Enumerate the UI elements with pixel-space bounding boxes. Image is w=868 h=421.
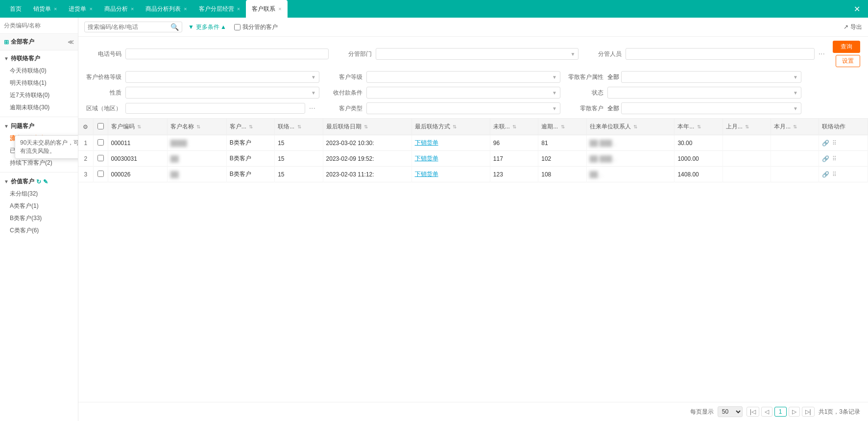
filter-nature-select[interactable]: ▼	[125, 87, 319, 99]
sidebar-item-tomorrow-contact[interactable]: 明天待联络(1)	[0, 77, 78, 89]
more-filter-button[interactable]: ▼ 更多条件 ▲	[188, 23, 226, 31]
col-last-date[interactable]: 最后联络日期 ⇅	[323, 119, 411, 135]
close-tab-customer-segmentation[interactable]: ×	[237, 6, 240, 12]
sidebar-all-customers[interactable]: ⊞ 全部客户 ≪	[0, 34, 78, 50]
close-tab-customer-contact[interactable]: ×	[278, 6, 281, 12]
total-label: 共1页，3条记录	[819, 408, 860, 416]
last-method-link[interactable]: 下销货单	[415, 139, 438, 146]
search-button[interactable]: 🔍	[170, 23, 179, 31]
col-contact[interactable]: 联络... ⇅	[275, 119, 323, 135]
search-input[interactable]	[88, 24, 170, 30]
contact-action-icon[interactable]: 🔗	[822, 140, 829, 147]
filter-customer-level: 客户等级 ▼	[327, 71, 560, 83]
sidebar-search-icon[interactable]: 🔍	[77, 22, 78, 29]
more-action-icon[interactable]: ⠿	[832, 140, 837, 147]
more-action-icon[interactable]: ⠿	[832, 155, 837, 162]
col-type[interactable]: 客户... ⇅	[226, 119, 274, 135]
sidebar-group-problem-title[interactable]: ▼ 问题客户	[0, 120, 78, 132]
filter-payment-select[interactable]: ▼	[366, 87, 560, 99]
chevron-down-icon-9: ▼	[793, 106, 798, 111]
filter-price-level: 客户价格等级 ▼	[86, 71, 319, 83]
tab-customer-contact[interactable]: 客户联系 ×	[246, 0, 287, 18]
chevron-down-icon-5: ▼	[311, 90, 316, 96]
sidebar-collapse-icon[interactable]: ≪	[68, 39, 74, 46]
page-prev-button[interactable]: ◁	[761, 407, 772, 417]
page-next-button[interactable]: ▷	[789, 407, 800, 417]
col-checkbox	[93, 119, 108, 135]
sidebar-group-value-title[interactable]: ▼ 价值客户 ↻ ✎	[0, 175, 78, 188]
sidebar-item-week-contact[interactable]: 近7天待联络(0)	[0, 89, 78, 101]
close-tab-purchase[interactable]: ×	[89, 6, 92, 12]
contact-action-icon[interactable]: 🔗	[822, 171, 829, 178]
tab-home[interactable]: 首页	[4, 0, 27, 18]
sidebar-item-ungrouped[interactable]: 未分组(32)	[0, 188, 78, 200]
sidebar-item-today-contact[interactable]: 今天待联络(0)	[0, 65, 78, 77]
page-last-button[interactable]: ▷|	[802, 407, 815, 417]
sidebar-group-pending-title[interactable]: ▼ 待联络客户	[0, 52, 78, 65]
select-all-checkbox[interactable]	[97, 123, 104, 129]
filter-retail-customer-select[interactable]: ▼	[621, 102, 801, 114]
col-contact-person[interactable]: 往来单位联系人 ⇅	[586, 119, 675, 135]
sidebar-item-overdue-contact[interactable]: 逾期未联络(30)	[0, 101, 78, 114]
filter-price-level-label: 客户价格等级	[86, 73, 125, 81]
row-checkbox[interactable]	[97, 171, 104, 177]
tab-product-analysis[interactable]: 商品分析 ×	[98, 0, 140, 18]
tab-purchase[interactable]: 进货单 ×	[63, 0, 98, 18]
my-customers-checkbox[interactable]	[234, 24, 241, 30]
page-size-select[interactable]: 50 100 200	[718, 406, 743, 417]
last-method-link[interactable]: 下销货单	[415, 171, 438, 177]
filter-phone-input[interactable]	[125, 49, 329, 59]
table-row: 3 000026 ██ B类客户 15 2023-02-03 11:12: 下销…	[78, 167, 868, 182]
col-this-month[interactable]: 本月... ⇅	[771, 119, 819, 135]
chevron-down-icon-4: ▼	[793, 74, 798, 80]
close-window-button[interactable]: ✕	[850, 4, 864, 14]
more-action-icon[interactable]: ⠿	[832, 171, 837, 178]
col-this-year[interactable]: 本年... ⇅	[675, 119, 723, 135]
col-last-month[interactable]: 上月... ⇅	[723, 119, 771, 135]
filter-customer-type-select[interactable]: ▼	[366, 102, 560, 114]
filter-region-label: 区域（地区）	[86, 104, 125, 113]
close-tab-sales[interactable]: ×	[54, 6, 57, 12]
close-tab-product-analysis[interactable]: ×	[131, 6, 134, 12]
row-checkbox[interactable]	[97, 139, 104, 146]
col-overdue[interactable]: 逾期... ⇅	[538, 119, 586, 135]
sidebar-item-class-a[interactable]: A类客户(1)	[0, 200, 78, 212]
filter-manager-select[interactable]	[626, 48, 814, 60]
settings-icon[interactable]: ⚙	[83, 124, 88, 130]
sidebar-item-class-c[interactable]: C类客户(6)	[0, 224, 78, 237]
filter-region-dots[interactable]: ···	[305, 104, 319, 113]
filter-dept-select[interactable]: ▼	[376, 48, 579, 60]
col-no-contact[interactable]: 未联... ⇅	[490, 119, 538, 135]
row-checkbox[interactable]	[97, 155, 104, 161]
query-button[interactable]: 查询	[833, 41, 860, 53]
col-code[interactable]: 客户编码 ⇅	[108, 119, 167, 135]
edit-icon[interactable]: ✎	[43, 178, 48, 185]
filter-status-select[interactable]: ▼	[607, 87, 801, 99]
tab-sales[interactable]: 销货单 ×	[27, 0, 63, 18]
sidebar-item-class-b[interactable]: B类客户(33)	[0, 212, 78, 224]
filter-price-level-select[interactable]: ▼	[125, 71, 319, 83]
tab-customer-segmentation[interactable]: 客户分层经营 ×	[193, 0, 246, 18]
close-tab-product-analysis-list[interactable]: ×	[184, 6, 187, 12]
filter-retail-attr-select[interactable]: ▼	[621, 71, 801, 83]
sort-contact-person-icon: ⇅	[633, 124, 637, 129]
export-button[interactable]: ↗ 导出	[844, 23, 862, 31]
filter-manager-label: 分管人员	[586, 50, 626, 58]
filter-region-input[interactable]	[125, 103, 305, 114]
sort-code-icon: ⇅	[137, 124, 141, 129]
filter-manager-dots[interactable]: ···	[815, 50, 829, 58]
row-no-contact: 117	[490, 151, 538, 167]
col-name[interactable]: 客户名称 ⇅	[167, 119, 226, 135]
page-first-button[interactable]: |◁	[747, 407, 759, 417]
sidebar-divider-2	[0, 172, 78, 173]
setting-button[interactable]: 设置	[836, 55, 860, 67]
filter-customer-level-select[interactable]: ▼	[366, 71, 560, 83]
last-method-link[interactable]: 下销货单	[415, 155, 438, 162]
row-last-method: 下销货单	[411, 151, 490, 167]
row-overdue: 102	[538, 151, 586, 167]
contact-action-icon[interactable]: 🔗	[822, 155, 829, 162]
sidebar-search-input[interactable]	[4, 22, 77, 29]
refresh-icon[interactable]: ↻	[36, 178, 41, 185]
col-last-method[interactable]: 最后联络方式 ⇅	[411, 119, 490, 135]
tab-product-analysis-list[interactable]: 商品分析列表 ×	[140, 0, 193, 18]
